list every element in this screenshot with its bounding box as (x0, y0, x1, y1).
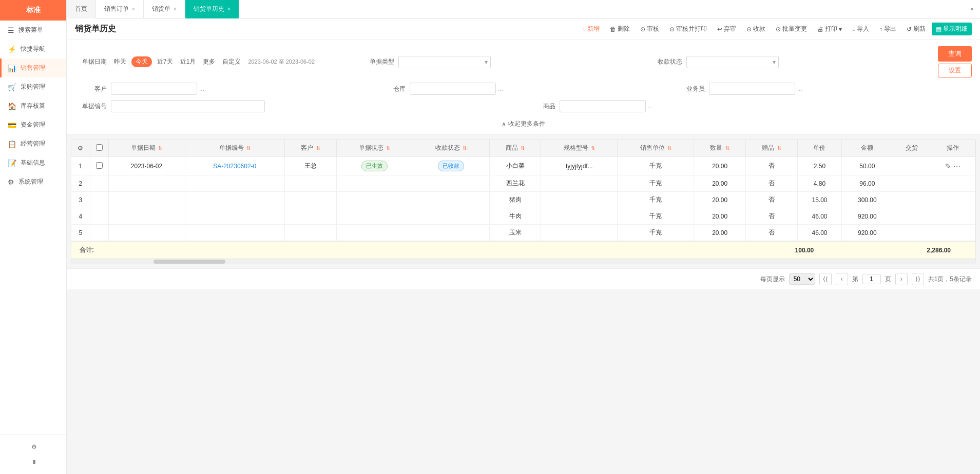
tab-delivery[interactable]: 销货单 × (144, 0, 185, 18)
warehouse-input[interactable] (410, 83, 496, 95)
cell-check[interactable] (90, 192, 108, 208)
print-button[interactable]: 🖨 打印 ▾ (813, 23, 846, 35)
warehouse-dots[interactable]: ... (498, 85, 503, 92)
sidebar-item-fund-mgmt[interactable]: 💳 资金管理 (0, 115, 66, 134)
tabs-bar-close-btn[interactable]: × (964, 6, 980, 13)
export-button[interactable]: ↑ 导出 (875, 23, 900, 35)
delete-button[interactable]: 🗑 删除 (606, 23, 634, 35)
scrollbar-thumb[interactable] (153, 260, 225, 264)
collapse-button[interactable]: ∧ 收起更多条件 (502, 120, 545, 128)
shortcut-more[interactable]: 更多 (201, 56, 217, 67)
th-doc-date[interactable]: 单据日期 ⇅ (108, 140, 185, 157)
th-spec[interactable]: 规格型号 ⇅ (541, 140, 618, 157)
th-amount[interactable]: 金额 (842, 140, 893, 157)
docno-input[interactable] (111, 100, 265, 112)
cell-qty: 20.00 (694, 192, 746, 208)
next-page-btn[interactable]: › (895, 273, 908, 285)
sidebar-item-quick-nav[interactable]: ⚡ 快捷导航 (0, 40, 66, 58)
shortcut-7days[interactable]: 近7天 (155, 56, 175, 67)
cell-pay-status: 已收款 (413, 157, 489, 175)
product-dots[interactable]: ... (648, 103, 653, 110)
customer-dots[interactable]: ... (199, 85, 204, 92)
sidebar-item-operations-mgmt[interactable]: 📋 经营管理 (0, 134, 66, 153)
th-pay-status[interactable]: 收款状态 ⇅ (413, 140, 489, 157)
sidebar-settings-btn[interactable]: ⚙ (0, 439, 66, 455)
shortcut-today[interactable]: 今天 (131, 56, 152, 67)
sidebar-item-system-mgmt[interactable]: ⚙ 系统管理 (0, 172, 66, 191)
page-size-label: 每页显示 (760, 275, 785, 284)
sidebar-item-inventory-calc[interactable]: 🏠 库存核算 (0, 96, 66, 115)
tab-delivery-history[interactable]: 销货单历史 × (185, 0, 239, 18)
staff-dots[interactable]: ... (797, 85, 802, 92)
th-settings[interactable]: ⚙ (71, 140, 90, 157)
cell-doc-no[interactable] (185, 208, 284, 225)
tab-delivery-close[interactable]: × (174, 6, 177, 12)
check-all[interactable] (96, 144, 103, 151)
receive-button[interactable]: ⊙ 收款 (742, 23, 770, 35)
th-qty[interactable]: 数量 ⇅ (694, 140, 746, 157)
sidebar-item-search-menu[interactable]: ☰ 搜索菜单 (0, 21, 66, 40)
cell-check[interactable] (90, 175, 108, 192)
show-detail-button[interactable]: ▦ 显示明细 (932, 23, 972, 35)
sidebar-bottom: ⚙ ⏸ (0, 434, 66, 474)
shortcut-custom[interactable]: 自定义 (220, 56, 243, 67)
table-footer: 合计: 100.00 2,286.00 (71, 241, 975, 259)
page-size-select[interactable]: 50 100 200 (789, 273, 815, 285)
cell-doc-status (336, 208, 413, 225)
scrollbar-area[interactable] (71, 259, 975, 264)
query-button[interactable]: 查询 (938, 46, 972, 62)
cell-doc-no[interactable] (185, 175, 284, 192)
more-action-icon[interactable]: ⋯ (953, 162, 960, 170)
cell-check[interactable] (90, 225, 108, 241)
pay-status-select[interactable] (686, 56, 779, 68)
audit-button[interactable]: ⊙ 审核 (636, 23, 663, 35)
edit-action-icon[interactable]: ✎ (945, 162, 951, 170)
tab-home[interactable]: 首页 (67, 0, 96, 18)
last-page-btn[interactable]: ⟩⟩ (912, 273, 924, 285)
doc-no-link[interactable]: SA-20230602-0 (213, 163, 256, 170)
tab-sales-order-close[interactable]: × (132, 6, 135, 12)
refresh-button[interactable]: ↺ 刷新 (902, 23, 930, 35)
th-customer[interactable]: 客户 ⇅ (284, 140, 336, 157)
new-button[interactable]: + 新增 (578, 23, 604, 35)
th-doc-status[interactable]: 单据状态 ⇅ (336, 140, 413, 157)
cell-check[interactable] (90, 208, 108, 225)
shortcut-1month[interactable]: 近1月 (178, 56, 198, 67)
filter-group-product: 商品 ... (524, 100, 956, 112)
batch-change-icon: ⊙ (776, 26, 781, 33)
first-page-btn[interactable]: ⟨⟨ (819, 273, 832, 285)
doc-type-select[interactable] (398, 56, 491, 68)
tab-delivery-history-close[interactable]: × (227, 6, 230, 12)
batch-change-button[interactable]: ⊙ 批量变更 (772, 23, 811, 35)
th-trade[interactable]: 交货 (893, 140, 931, 157)
th-price[interactable]: 单价 (797, 140, 841, 157)
cell-doc-no[interactable]: SA-20230602-0 (185, 157, 284, 175)
sidebar-item-purchase-mgmt[interactable]: 🛒 采购管理 (0, 77, 66, 96)
th-doc-no[interactable]: 单据编号 ⇅ (185, 140, 284, 157)
sidebar-pause-btn[interactable]: ⏸ (0, 455, 66, 470)
import-button[interactable]: ↓ 导入 (848, 23, 873, 35)
sidebar-item-basic-info[interactable]: 📝 基础信息 (0, 153, 66, 172)
customer-input[interactable] (111, 83, 197, 95)
set-button[interactable]: 设置 (938, 64, 972, 77)
row-checkbox[interactable] (96, 162, 103, 169)
basic-info-icon: 📝 (8, 159, 16, 167)
audit-print-button[interactable]: ⊙ 审核并打印 (665, 23, 711, 35)
cell-check[interactable] (90, 157, 108, 175)
th-check[interactable] (90, 140, 108, 157)
sidebar-item-sales-mgmt[interactable]: 📊 销售管理 (0, 58, 66, 77)
cell-doc-no[interactable] (185, 192, 284, 208)
tab-sales-order[interactable]: 销售订单 × (96, 0, 144, 18)
th-gift[interactable]: 赠品 ⇅ (746, 140, 798, 157)
th-unit[interactable]: 销售单位 ⇅ (618, 140, 694, 157)
cell-unit: 千克 (618, 175, 694, 192)
cell-action (931, 192, 975, 208)
staff-input[interactable] (709, 83, 795, 95)
page-input[interactable] (862, 274, 881, 284)
shortcut-yesterday[interactable]: 昨天 (112, 56, 128, 67)
cell-doc-no[interactable] (185, 225, 284, 241)
abandon-button[interactable]: ↩ 弃审 (713, 23, 740, 35)
prev-page-btn[interactable]: ‹ (836, 273, 848, 285)
product-input[interactable] (560, 100, 646, 112)
th-product[interactable]: 商品 ⇅ (489, 140, 541, 157)
